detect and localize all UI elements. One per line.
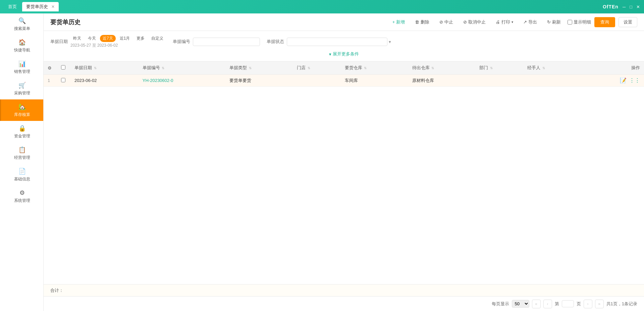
date-tag-more[interactable]: 更多 xyxy=(134,35,147,42)
col-date-sort-icon[interactable]: ⇅ xyxy=(94,66,97,70)
row-req-warehouse: 车间库 xyxy=(341,75,408,87)
table-body: 1 2023-06-02 YH-20230602-0 要货单要货 车间库 原材料… xyxy=(44,75,644,87)
row-more-icon[interactable]: ⋮⋮ xyxy=(629,77,640,84)
sidebar-item-purchase[interactable]: 🛒 采购管理 xyxy=(0,78,43,99)
order-no-input[interactable] xyxy=(193,38,260,46)
col-no-sort-icon[interactable]: ⇅ xyxy=(162,66,164,70)
status-dropdown-icon[interactable]: ▾ xyxy=(389,39,391,44)
footer-summary: 合计： xyxy=(44,284,644,296)
col-settings: ⚙ xyxy=(44,61,57,75)
select-all-checkbox[interactable] xyxy=(61,65,65,70)
col-type-sort-icon[interactable]: ⇅ xyxy=(249,66,252,70)
col-dept: 部门 ⇅ xyxy=(475,61,523,75)
purchase-icon: 🛒 xyxy=(18,82,26,89)
date-range-display: 2023-05-27 至 2023-06-02 xyxy=(70,43,166,48)
setting-button[interactable]: 设置 xyxy=(619,17,637,27)
col-pending-warehouse: 待出仓库 ⇅ xyxy=(408,61,476,75)
col-no-label: 单据编号 xyxy=(143,65,160,70)
total-info: 共1页，1条记录 xyxy=(606,301,637,307)
sidebar-item-quicknav-label: 快捷导航 xyxy=(14,47,30,53)
order-no-filter-item: 单据编号 xyxy=(173,38,260,46)
col-checkbox xyxy=(57,61,70,75)
date-tag-yesterday[interactable]: 昨天 xyxy=(70,35,84,42)
export-button[interactable]: ↗ 导出 xyxy=(520,17,540,27)
cancel-suspend-button[interactable]: ⊘ 取消中止 xyxy=(460,17,489,27)
sidebar: 🔍 搜索菜单 🏠 快捷导航 📊 销售管理 🛒 采购管理 🏡 库存核算 🔒 资金管… xyxy=(0,13,44,311)
date-tag-7days[interactable]: 近7天 xyxy=(100,35,116,42)
page-input-label: 第 xyxy=(555,301,559,307)
sidebar-item-operations[interactable]: 📋 经营管理 xyxy=(0,142,43,164)
row-no: YH-20230602-0 xyxy=(139,75,226,87)
cancel-suspend-label: 取消中止 xyxy=(468,19,486,25)
top-right-controls: OfTEn ─ □ ✕ xyxy=(603,4,640,9)
col-store-sort-icon[interactable]: ⇅ xyxy=(308,66,310,70)
status-input[interactable] xyxy=(287,38,387,46)
window-min-btn[interactable]: ─ xyxy=(623,4,626,9)
sidebar-item-search-label: 搜索菜单 xyxy=(14,26,30,32)
operations-icon: 📋 xyxy=(18,146,26,153)
suspend-button[interactable]: ⊘ 中止 xyxy=(436,17,457,27)
tab-home-label: 首页 xyxy=(8,4,17,10)
tab-history[interactable]: 要货单历史 ✕ xyxy=(22,2,59,11)
sidebar-item-finance[interactable]: 🔒 资金管理 xyxy=(0,121,43,142)
refresh-button[interactable]: ↻ 刷新 xyxy=(544,17,564,27)
col-handler-sort-icon[interactable]: ⇅ xyxy=(542,66,545,70)
sidebar-item-operations-label: 经营管理 xyxy=(14,155,30,161)
date-tag-custom[interactable]: 自定义 xyxy=(149,35,166,42)
page-next-btn[interactable]: › xyxy=(584,300,592,308)
window-max-btn[interactable]: □ xyxy=(630,4,632,9)
col-dept-sort-icon[interactable]: ⇅ xyxy=(490,66,493,70)
display-toggle-label: 显示明细 xyxy=(574,19,591,25)
content-area: 要货单历史 + 新增 🗑 删除 ⊘ 中止 ⊘ 取消中止 🖨 xyxy=(44,13,644,311)
tab-home[interactable]: 首页 xyxy=(4,2,21,11)
sidebar-item-system-label: 系统管理 xyxy=(14,198,30,204)
filter-area: 单据日期 昨天 今天 近7天 近1月 更多 自定义 2023-05-27 至 2… xyxy=(44,31,644,61)
tab-close-icon[interactable]: ✕ xyxy=(51,4,55,9)
col-req-warehouse: 要货仓库 ⇅ xyxy=(341,61,408,75)
brand-text: OfTEn xyxy=(603,4,619,9)
col-dept-label: 部门 xyxy=(479,65,488,70)
delete-button[interactable]: 🗑 删除 xyxy=(412,17,433,27)
date-tag-today[interactable]: 今天 xyxy=(85,35,99,42)
col-actions: 操作 xyxy=(581,61,644,75)
col-req-warehouse-sort-icon[interactable]: ⇅ xyxy=(364,66,367,70)
sales-icon: 📊 xyxy=(18,60,26,68)
row-checkbox[interactable] xyxy=(61,78,65,82)
sidebar-item-system[interactable]: ⚙ 系统管理 xyxy=(0,185,43,207)
query-button[interactable]: 查询 xyxy=(594,17,615,27)
inventory-icon: 🏡 xyxy=(18,103,26,110)
table-header: ⚙ 单据日期 ⇅ 单据编号 ⇅ xyxy=(44,61,644,75)
main-layout: 🔍 搜索菜单 🏠 快捷导航 📊 销售管理 🛒 采购管理 🏡 库存核算 🔒 资金管… xyxy=(0,13,644,311)
date-tag-1month[interactable]: 近1月 xyxy=(117,35,133,42)
col-actions-label: 操作 xyxy=(631,65,640,70)
row-edit-icon[interactable]: 📝 xyxy=(620,77,627,84)
page-first-btn[interactable]: « xyxy=(532,300,541,308)
sidebar-item-basic[interactable]: 📄 基础信息 xyxy=(0,164,43,185)
sidebar-item-inventory[interactable]: 🏡 库存核算 xyxy=(0,99,43,121)
new-button[interactable]: + 新增 xyxy=(389,17,408,27)
col-pending-warehouse-sort-icon[interactable]: ⇅ xyxy=(431,66,434,70)
page-last-btn[interactable]: » xyxy=(595,300,604,308)
sidebar-item-search[interactable]: 🔍 搜索菜单 xyxy=(0,13,43,35)
delete-button-label: 删除 xyxy=(421,19,429,25)
sidebar-item-sales[interactable]: 📊 销售管理 xyxy=(0,56,43,78)
col-date: 单据日期 ⇅ xyxy=(70,61,139,75)
table-settings-icon[interactable]: ⚙ xyxy=(48,65,52,71)
pagination: 每页显示 50 100 200 « ‹ 第 1 页 › » 共1页，1条记录 xyxy=(44,296,644,311)
expand-more-label: 展开更多条件 xyxy=(333,51,359,57)
expand-more[interactable]: ▾ 展开更多条件 xyxy=(50,51,637,57)
summary-label: 合计： xyxy=(50,287,63,294)
display-toggle[interactable]: 显示明细 xyxy=(568,19,591,25)
display-toggle-checkbox[interactable] xyxy=(568,20,572,25)
page-prev-btn[interactable]: ‹ xyxy=(543,300,552,308)
search-menu-icon: 🔍 xyxy=(18,17,26,25)
col-pending-warehouse-label: 待出仓库 xyxy=(412,65,430,70)
per-page-select[interactable]: 50 100 200 xyxy=(512,300,529,308)
print-button[interactable]: 🖨 打印 ▾ xyxy=(492,17,517,27)
sidebar-item-quick-nav[interactable]: 🏠 快捷导航 xyxy=(0,35,43,56)
row-no-link[interactable]: YH-20230602-0 xyxy=(143,78,173,83)
page-input[interactable]: 1 xyxy=(562,300,574,307)
window-close-btn[interactable]: ✕ xyxy=(636,4,640,9)
home-icon: 🏠 xyxy=(18,39,26,46)
status-filter-item: 单据状态 ▾ xyxy=(267,38,391,46)
